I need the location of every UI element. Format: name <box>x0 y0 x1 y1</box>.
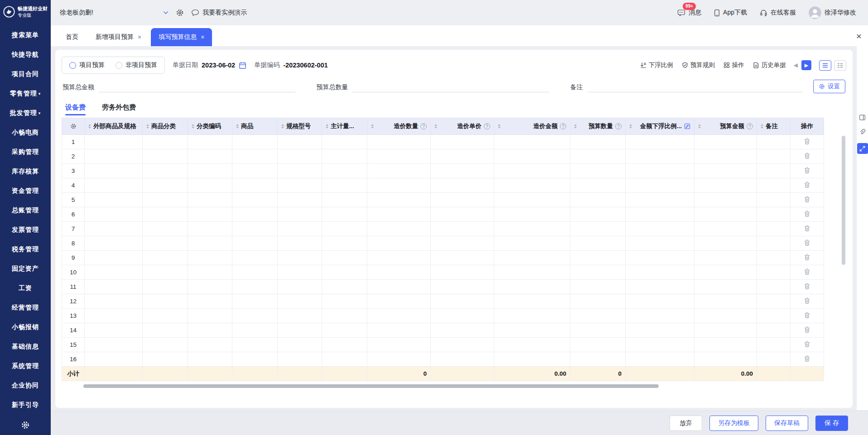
table-cell[interactable] <box>232 265 278 280</box>
table-cell[interactable] <box>278 135 322 149</box>
table-cell[interactable] <box>85 294 143 309</box>
field-input[interactable] <box>588 81 803 92</box>
table-cell[interactable] <box>694 309 757 323</box>
table-cell[interactable] <box>85 207 143 222</box>
table-cell[interactable] <box>757 294 791 309</box>
sidebar-item[interactable]: 小畅电商 <box>0 123 51 142</box>
table-cell[interactable] <box>322 164 367 178</box>
sort-icon[interactable] <box>629 124 632 129</box>
table-cell[interactable] <box>494 135 570 149</box>
close-icon[interactable]: × <box>856 31 862 41</box>
field-input[interactable] <box>99 81 295 92</box>
table-cell[interactable] <box>232 193 278 207</box>
table-cell[interactable] <box>188 323 232 338</box>
table-cell[interactable] <box>143 207 188 222</box>
sort-icon[interactable] <box>88 124 91 129</box>
discard-button[interactable]: 放弃 <box>670 416 702 431</box>
table-cell[interactable] <box>494 149 570 164</box>
table-cell[interactable] <box>431 338 494 352</box>
sidebar-item[interactable]: 基础信息 <box>0 337 51 356</box>
sort-icon[interactable] <box>192 124 194 129</box>
table-cell[interactable] <box>494 251 570 265</box>
table-cell[interactable] <box>494 280 570 294</box>
table-cell[interactable] <box>570 338 626 352</box>
table-cell[interactable] <box>232 294 278 309</box>
save-button[interactable]: 保 存 <box>815 416 848 431</box>
column-header[interactable]: 预算金额? <box>694 118 757 135</box>
table-cell[interactable] <box>278 294 322 309</box>
budget-rule-button[interactable]: 预算规则 <box>682 61 715 69</box>
sort-icon[interactable] <box>146 124 149 129</box>
table-cell[interactable] <box>232 352 278 367</box>
sort-icon[interactable] <box>281 124 284 129</box>
delete-row-button[interactable] <box>791 236 824 251</box>
table-cell[interactable] <box>494 352 570 367</box>
table-cell[interactable] <box>626 352 694 367</box>
sidebar-item[interactable]: 总账管理 <box>0 201 51 220</box>
save-as-template-button[interactable]: 另存为模板 <box>709 416 758 431</box>
grid-view-toggle[interactable] <box>834 60 846 71</box>
column-header[interactable]: 主计量... <box>322 118 367 135</box>
table-cell[interactable] <box>431 280 494 294</box>
table-cell[interactable] <box>367 294 431 309</box>
table-cell[interactable] <box>757 178 791 193</box>
table-cell[interactable] <box>570 222 626 236</box>
operations-button[interactable]: 操作 <box>723 61 744 69</box>
table-cell[interactable] <box>278 280 322 294</box>
sidebar-settings-button[interactable] <box>0 415 51 435</box>
column-header[interactable]: 分类编码 <box>188 118 232 135</box>
app-download-button[interactable]: App下载 <box>714 9 747 17</box>
sidebar-item[interactable]: 库存核算 <box>0 162 51 181</box>
delete-row-button[interactable] <box>791 265 824 280</box>
table-cell[interactable] <box>367 149 431 164</box>
table-cell[interactable] <box>143 265 188 280</box>
column-header[interactable]: 预算数量? <box>570 118 626 135</box>
table-cell[interactable] <box>188 338 232 352</box>
table-cell[interactable] <box>188 164 232 178</box>
table-cell[interactable] <box>757 222 791 236</box>
table-cell[interactable] <box>757 280 791 294</box>
table-cell[interactable] <box>278 193 322 207</box>
sidebar-item[interactable]: 工资 <box>0 278 51 298</box>
table-cell[interactable] <box>757 251 791 265</box>
table-cell[interactable] <box>188 178 232 193</box>
table-cell[interactable] <box>232 207 278 222</box>
table-cell[interactable] <box>278 352 322 367</box>
column-header[interactable]: 造价单价? <box>431 118 494 135</box>
table-cell[interactable] <box>322 309 367 323</box>
table-cell[interactable] <box>626 265 694 280</box>
table-cell[interactable] <box>431 164 494 178</box>
table-cell[interactable] <box>85 193 143 207</box>
table-cell[interactable] <box>278 251 322 265</box>
gear-icon[interactable] <box>70 123 77 129</box>
column-header[interactable]: 商品分类 <box>143 118 188 135</box>
table-cell[interactable] <box>143 338 188 352</box>
sidebar-item[interactable]: 零售管理▾ <box>0 84 51 103</box>
demo-link[interactable]: 我要看实例演示 <box>191 9 247 17</box>
table-cell[interactable] <box>626 149 694 164</box>
table-cell[interactable] <box>431 309 494 323</box>
table-cell[interactable] <box>143 251 188 265</box>
table-cell[interactable] <box>626 338 694 352</box>
table-cell[interactable] <box>85 236 143 251</box>
table-cell[interactable] <box>188 280 232 294</box>
table-cell[interactable] <box>626 323 694 338</box>
table-cell[interactable] <box>322 251 367 265</box>
table-cell[interactable] <box>367 323 431 338</box>
table-cell[interactable] <box>570 164 626 178</box>
table-cell[interactable] <box>367 251 431 265</box>
table-cell[interactable] <box>188 149 232 164</box>
delete-row-button[interactable] <box>791 309 824 323</box>
delete-row-button[interactable] <box>791 164 824 178</box>
table-cell[interactable] <box>85 149 143 164</box>
table-cell[interactable] <box>322 338 367 352</box>
table-cell[interactable] <box>694 265 757 280</box>
table-cell[interactable] <box>431 294 494 309</box>
table-cell[interactable] <box>694 251 757 265</box>
table-cell[interactable] <box>232 135 278 149</box>
table-cell[interactable] <box>694 193 757 207</box>
table-cell[interactable] <box>278 236 322 251</box>
table-cell[interactable] <box>694 236 757 251</box>
table-cell[interactable] <box>322 280 367 294</box>
table-cell[interactable] <box>85 352 143 367</box>
